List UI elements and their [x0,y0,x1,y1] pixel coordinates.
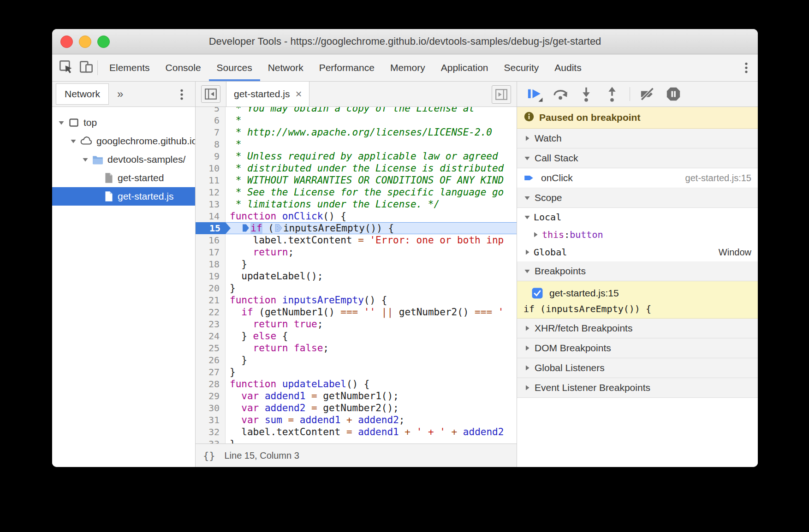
line-number-18[interactable]: 18 [196,258,225,270]
tree-item-top[interactable]: top [52,113,195,132]
section-header-breakpoints[interactable]: Breakpoints [517,261,758,281]
code-line-text[interactable]: if (inputsAreEmpty()) { [225,222,394,234]
line-number-10[interactable]: 10 [196,162,225,174]
code-line-text[interactable]: } [225,282,236,294]
code-line-11[interactable]: 11 * WITHOUT WARRANTIES OR CONDITIONS OF… [196,174,517,186]
code-line-13[interactable]: 13 * limitations under the License. */ [196,198,517,210]
code-line-text[interactable]: var addend1 = getNumber1(); [225,390,399,402]
disclosure-triangle-icon[interactable] [69,137,78,145]
disclosure-triangle-icon[interactable] [81,155,90,164]
window-titlebar[interactable]: Developer Tools - https://googlechrome.g… [52,29,758,54]
deactivate-breakpoints-button[interactable] [639,86,656,102]
code-line-text[interactable]: } [225,354,247,366]
line-number-33[interactable]: 33 [196,438,225,443]
code-line-29[interactable]: 29 var addend1 = getNumber1(); [196,390,517,402]
code-line-24[interactable]: 24 } else { [196,330,517,342]
code-line-27[interactable]: 27} [196,366,517,378]
line-number-9[interactable]: 9 [196,150,225,162]
navigator-menu-button[interactable] [176,88,188,103]
code-line-33[interactable]: 33} [196,438,517,443]
code-line-text[interactable]: return false; [225,342,329,354]
section-header-call-stack[interactable]: Call Stack [517,148,758,168]
tab-security[interactable]: Security [496,54,547,81]
line-number-7[interactable]: 7 [196,126,225,138]
code-line-25[interactable]: 25 return false; [196,342,517,354]
scope-group-local[interactable]: Local [517,208,758,226]
code-line-16[interactable]: 16 label.textContent = 'Error: one or bo… [196,234,517,246]
line-number-11[interactable]: 11 [196,174,225,186]
tab-performance[interactable]: Performance [311,54,382,81]
code-line-text[interactable]: var addend2 = getNumber2(); [225,402,399,414]
collapse-navigator-button[interactable] [201,85,220,103]
code-line-text[interactable]: function inputsAreEmpty() { [225,294,387,306]
code-line-15[interactable]: 15 if (inputsAreEmpty()) { [196,222,517,234]
line-number-28[interactable]: 28 [196,378,225,390]
scope-variable-this[interactable]: this: button [517,226,758,243]
code-line-6[interactable]: 6 * [196,114,517,126]
code-line-text[interactable]: } else { [225,330,288,342]
code-line-23[interactable]: 23 return true; [196,318,517,330]
line-number-14[interactable]: 14 [196,210,225,222]
code-line-20[interactable]: 20} [196,282,517,294]
code-line-21[interactable]: 21function inputsAreEmpty() { [196,294,517,306]
section-header-xhr-fetch-breakpoints[interactable]: XHR/fetch Breakpoints [517,319,758,338]
editor-tab-get-started-js[interactable]: get-started.js × [226,82,309,106]
code-line-text[interactable]: } [225,438,236,443]
tab-audits[interactable]: Audits [547,54,589,81]
section-header-global-listeners[interactable]: Global Listeners [517,358,758,378]
zoom-button[interactable] [97,35,110,48]
code-line-14[interactable]: 14function onClick() { [196,210,517,222]
code-line-text[interactable]: function updateLabel() { [225,378,369,390]
code-line-text[interactable]: return true; [225,318,323,330]
code-line-text[interactable]: function onClick() { [225,210,346,222]
tree-item-googlechrome-github-io[interactable]: googlechrome.github.io [52,132,195,150]
pause-on-exceptions-button[interactable] [665,86,682,102]
code-line-12[interactable]: 12 * See the License for the specific la… [196,186,517,198]
section-header-dom-breakpoints[interactable]: DOM Breakpoints [517,338,758,358]
code-line-text[interactable]: * [225,114,241,126]
tab-memory[interactable]: Memory [382,54,433,81]
code-line-17[interactable]: 17 return; [196,246,517,258]
code-line-30[interactable]: 30 var addend2 = getNumber2(); [196,402,517,414]
code-line-text[interactable]: * Unless required by applicable law or a… [225,150,498,162]
call-stack-frame-onclick[interactable]: onClickget-started.js:15 [517,168,758,188]
line-number-22[interactable]: 22 [196,306,225,318]
line-number-5[interactable]: 5 [196,107,225,114]
code-line-9[interactable]: 9 * Unless required by applicable law or… [196,150,517,162]
code-line-text[interactable]: label.textContent = 'Error: one or both … [225,234,504,246]
tab-console[interactable]: Console [158,54,209,81]
line-number-31[interactable]: 31 [196,414,225,426]
inspect-element-icon[interactable] [59,59,73,76]
code-line-text[interactable]: * http://www.apache.org/licenses/LICENSE… [225,126,492,138]
step-into-button[interactable] [578,86,595,102]
tab-network[interactable]: Network [260,54,311,81]
tab-application[interactable]: Application [433,54,496,81]
line-number-8[interactable]: 8 [196,138,225,150]
line-number-21[interactable]: 21 [196,294,225,306]
code-line-text[interactable]: label.textContent = addend1 + ' + ' + ad… [225,426,504,438]
breakpoint-entry[interactable]: get-started.js:15if (inputsAreEmpty()) { [517,281,758,319]
tab-elements[interactable]: Elements [101,54,158,81]
line-number-17[interactable]: 17 [196,246,225,258]
code-line-8[interactable]: 8 * [196,138,517,150]
line-number-30[interactable]: 30 [196,402,225,414]
tab-network-navigator[interactable]: Network [56,83,109,105]
code-line-text[interactable]: * limitations under the License. */ [225,198,440,210]
resume-button[interactable] [526,86,543,102]
section-header-event-listener-breakpoints[interactable]: Event Listener Breakpoints [517,378,758,398]
tab-sources[interactable]: Sources [209,54,260,81]
step-over-button[interactable] [552,86,569,102]
line-number-32[interactable]: 32 [196,426,225,438]
code-line-text[interactable]: * WITHOUT WARRANTIES OR CONDITIONS OF AN… [225,174,504,186]
line-number-12[interactable]: 12 [196,186,225,198]
line-number-25[interactable]: 25 [196,342,225,354]
disclosure-triangle-icon[interactable] [57,118,66,127]
code-line-text[interactable]: } [225,258,247,270]
code-editor[interactable]: 5 * You may obtain a copy of the License… [196,107,517,443]
line-number-13[interactable]: 13 [196,198,225,210]
code-line-5[interactable]: 5 * You may obtain a copy of the License… [196,107,517,114]
section-header-scope[interactable]: Scope [517,188,758,208]
code-line-22[interactable]: 22 if (getNumber1() === '' || getNumber2… [196,306,517,318]
code-line-text[interactable]: return; [225,246,294,258]
pretty-print-button[interactable]: {} [196,450,225,461]
